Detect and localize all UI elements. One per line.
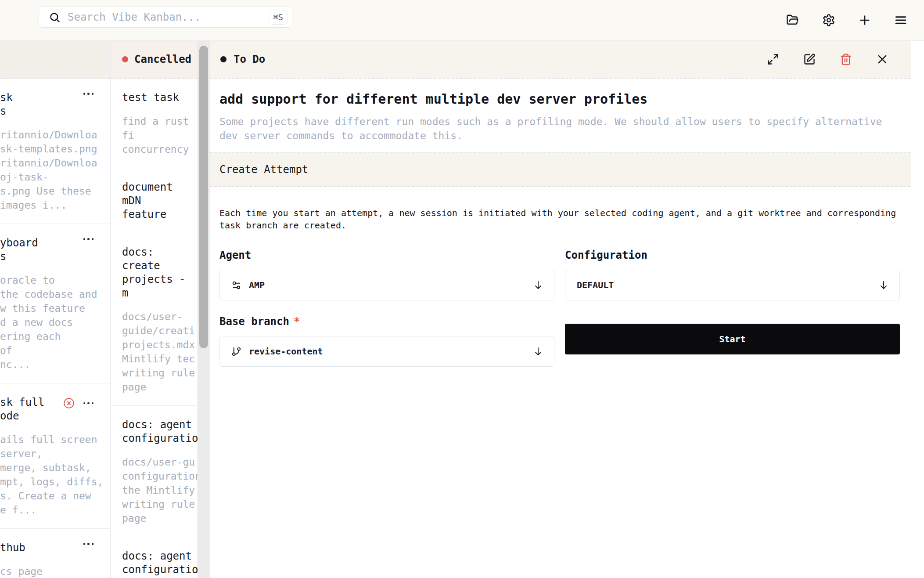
create-attempt-header: Create Attempt xyxy=(210,152,911,187)
column-header-cancelled: Cancelled xyxy=(111,41,198,79)
cancelled-x-icon xyxy=(63,397,75,409)
configuration-value: DEFAULT xyxy=(577,280,614,290)
search-box[interactable]: ⌘S xyxy=(39,7,292,28)
task-card-title: yboard s xyxy=(0,236,81,264)
open-folder-button[interactable] xyxy=(786,14,799,27)
plus-icon xyxy=(858,13,872,27)
main-menu-button[interactable] xyxy=(894,14,907,27)
task-card-title: thub xyxy=(0,541,81,555)
task-card-title: document mDN feature xyxy=(122,181,198,221)
task-card[interactable]: sk sritannio/Downloa sk-templates.png ri… xyxy=(0,79,110,224)
task-card-title: docs: agent configuration xyxy=(122,418,198,445)
task-card-description: oracle to the codebase and w this featur… xyxy=(0,273,110,372)
top-bar: ⌘S xyxy=(0,0,924,40)
task-card[interactable]: docs: agent configurationdocs/user-gu co… xyxy=(111,537,198,578)
sliders-icon xyxy=(231,280,241,290)
task-card[interactable]: document mDN feature xyxy=(111,168,198,233)
task-card-title: sk s xyxy=(0,91,81,118)
create-attempt-heading: Create Attempt xyxy=(219,163,308,176)
app-window: ⌘S xyxy=(0,0,924,578)
close-icon xyxy=(876,53,888,65)
task-card-title: sk full ode xyxy=(0,396,61,423)
settings-button[interactable] xyxy=(822,14,835,27)
task-card[interactable]: yboard soracle to the codebase and w thi… xyxy=(0,224,110,383)
todo-status-dot xyxy=(220,56,227,62)
task-card-title: docs: agent configuration xyxy=(122,549,198,577)
task-card-description: docs/user-gu configuration the Mintlify … xyxy=(122,455,198,525)
task-card-title: test task xyxy=(122,91,198,105)
expand-button[interactable] xyxy=(766,53,780,66)
search-input[interactable] xyxy=(68,11,269,23)
board-scrollbar-thumb[interactable] xyxy=(199,46,208,348)
add-task-button[interactable] xyxy=(858,14,871,27)
start-attempt-button[interactable]: Start xyxy=(565,324,900,354)
panel-scrollbar-gutter xyxy=(911,41,924,578)
arrow-down-icon xyxy=(878,280,889,290)
card-menu-button[interactable] xyxy=(83,93,94,95)
arrow-down-icon xyxy=(533,346,543,357)
task-card-description: cs page xyxy=(0,564,110,578)
board-scrollbar-track[interactable] xyxy=(198,41,210,578)
task-status-label: To Do xyxy=(234,53,265,65)
attempt-info-text: Each time you start an attempt, a new se… xyxy=(219,207,898,231)
agent-value: AMP xyxy=(249,280,265,290)
required-marker: * xyxy=(294,315,300,328)
task-detail-header: To Do xyxy=(210,41,911,79)
task-detail-panel: To Do xyxy=(210,41,911,578)
task-description: Some projects have different run modes s… xyxy=(219,115,898,143)
agent-select[interactable]: AMP xyxy=(219,270,554,300)
card-menu-button[interactable] xyxy=(83,402,94,405)
hamburger-menu-icon xyxy=(894,13,908,27)
task-card[interactable]: thubcs page xyxy=(0,529,110,578)
git-branch-icon xyxy=(231,347,241,357)
base-branch-value: revise-content xyxy=(249,346,323,357)
task-card-description: ails full screen server, merge, subtask,… xyxy=(0,433,110,517)
task-card-description: docs/user- guide/creati projects.mdx Min… xyxy=(122,310,198,394)
delete-task-button[interactable] xyxy=(839,53,852,66)
task-card[interactable]: sk full odeails full screen server, merg… xyxy=(0,383,110,529)
configuration-label: Configuration xyxy=(565,249,900,261)
base-branch-select[interactable]: revise-content xyxy=(219,336,554,367)
task-card-description: ritannio/Downloa sk-templates.png ritann… xyxy=(0,128,110,212)
cancelled-status-dot xyxy=(122,56,128,62)
task-card[interactable]: test taskfind a rust fi concurrency xyxy=(111,79,198,168)
card-menu-button[interactable] xyxy=(83,238,94,240)
task-card[interactable]: docs: agent configurationdocs/user-gu co… xyxy=(111,406,198,537)
kanban-column-cancelled: Cancelled test taskfind a rust fi concur… xyxy=(111,41,198,578)
edit-pencil-icon xyxy=(803,53,816,65)
task-card-title: docs: create projects - m xyxy=(122,246,198,300)
expand-icon xyxy=(767,53,779,65)
arrow-down-icon xyxy=(533,280,543,290)
kanban-column-left: sk sritannio/Downloa sk-templates.png ri… xyxy=(0,41,111,578)
column-title: Cancelled xyxy=(134,53,191,65)
task-card-description: find a rust fi concurrency xyxy=(122,114,198,156)
search-shortcut-badge: ⌘S xyxy=(269,10,288,25)
configuration-select[interactable]: DEFAULT xyxy=(565,270,900,300)
kanban-board: sk sritannio/Downloa sk-templates.png ri… xyxy=(0,40,924,578)
edit-task-button[interactable] xyxy=(803,53,816,66)
trash-icon xyxy=(840,53,852,65)
agent-label: Agent xyxy=(219,249,554,261)
column-header xyxy=(0,41,110,79)
gear-icon xyxy=(822,14,835,27)
base-branch-label: Base branch xyxy=(219,315,289,328)
task-title: add support for different multiple dev s… xyxy=(219,91,900,108)
card-menu-button[interactable] xyxy=(83,543,94,545)
task-card[interactable]: docs: create projects - mdocs/user- guid… xyxy=(111,233,198,406)
close-panel-button[interactable] xyxy=(876,53,889,66)
folder-open-icon xyxy=(786,14,799,27)
search-icon xyxy=(49,11,61,23)
